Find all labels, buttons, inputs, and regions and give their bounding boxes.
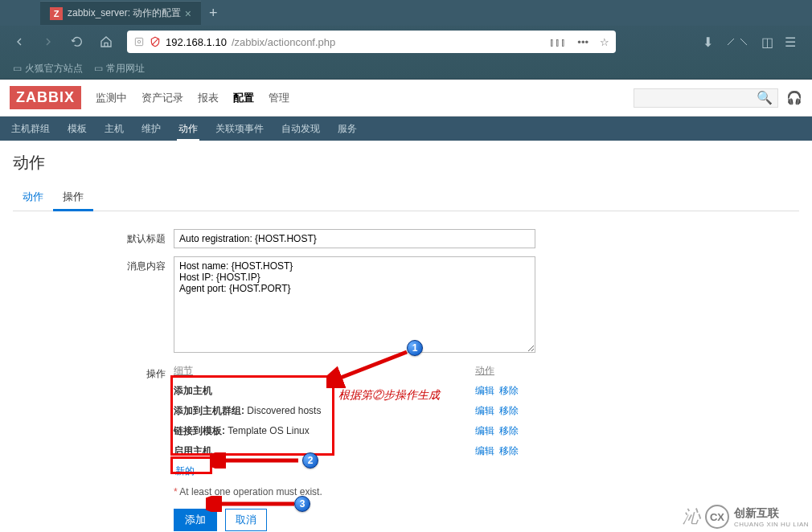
nav-reports[interactable]: 报表: [198, 91, 219, 105]
tab-favicon: Z: [50, 7, 63, 20]
note-required: * At least one operation must exist.: [174, 481, 535, 497]
subnav-hostgroups[interactable]: 主机群组: [10, 117, 51, 141]
watermark-logo-icon: CX: [705, 505, 729, 529]
security-icon: [150, 36, 161, 47]
op-add-hostgroup-label: 添加到主机群组:: [174, 405, 247, 416]
back-button[interactable]: [8, 31, 31, 53]
svg-rect-0: [135, 38, 142, 45]
bookmark-icon[interactable]: ☆: [600, 36, 609, 48]
cancel-button[interactable]: 取消: [225, 509, 267, 531]
textarea-message[interactable]: [174, 256, 535, 353]
link-edit[interactable]: 编辑: [475, 385, 494, 396]
input-default-subject[interactable]: [174, 229, 535, 248]
support-icon[interactable]: 🎧: [786, 90, 802, 105]
subnav-hosts[interactable]: 主机: [103, 117, 125, 141]
subnav-services[interactable]: 服务: [336, 117, 359, 141]
nav-inventory[interactable]: 资产记录: [141, 91, 183, 105]
svg-line-2: [152, 39, 158, 45]
tab-operations[interactable]: 操作: [53, 185, 93, 211]
op-link-template-label: 链接到模板:: [174, 425, 228, 436]
shield-icon: [133, 36, 145, 47]
op-add-host: 添加主机: [174, 385, 212, 396]
subnav-templates[interactable]: 模板: [66, 117, 88, 141]
sub-nav: 主机群组 模板 主机 维护 动作 关联项事件 自动发现 服务: [0, 117, 812, 141]
browser-tab-bar: Z zabbix_server: 动作的配置 × +: [0, 0, 812, 26]
downloads-icon[interactable]: ⬇: [703, 35, 713, 50]
link-remove[interactable]: 移除: [499, 405, 519, 416]
annotation-text: 根据第②步操作生成: [338, 388, 440, 403]
annotation-badge-3: 3: [294, 496, 310, 512]
folder-icon: ▭: [13, 63, 22, 74]
op-enable-host: 启用主机: [174, 445, 212, 456]
reader-icon[interactable]: ⫿⫿⫿: [549, 36, 566, 48]
new-tab-button[interactable]: +: [201, 5, 226, 22]
sidebar-icon[interactable]: ◫: [761, 35, 773, 50]
home-button[interactable]: [95, 31, 117, 53]
forward-button[interactable]: [37, 31, 59, 53]
browser-tab[interactable]: Z zabbix_server: 动作的配置 ×: [40, 1, 201, 25]
search-input[interactable]: 🔍: [634, 88, 778, 108]
url-bar[interactable]: 192.168.1.10/zabbix/actionconf.php ⫿⫿⫿ •…: [127, 31, 616, 53]
page-tabs: 动作 操作: [13, 185, 799, 211]
subnav-actions[interactable]: 动作: [177, 117, 199, 141]
library-icon[interactable]: ⟋⟍: [724, 35, 750, 50]
link-edit[interactable]: 编辑: [475, 425, 494, 436]
link-new-operation[interactable]: 新的: [174, 461, 196, 481]
col-detail[interactable]: 细节: [174, 364, 475, 378]
annotation-badge-1: 1: [407, 340, 423, 356]
more-icon[interactable]: •••: [577, 36, 588, 48]
annotation-badge-2: 2: [302, 452, 318, 469]
bookmark-item[interactable]: ▭火狐官方站点: [13, 62, 83, 76]
link-remove[interactable]: 移除: [499, 385, 519, 396]
subnav-maintenance[interactable]: 维护: [140, 117, 162, 141]
url-host: 192.168.1.10: [166, 36, 227, 48]
page-title: 动作: [13, 152, 799, 174]
link-remove[interactable]: 移除: [499, 425, 519, 436]
label-message: 消息内容: [13, 256, 174, 356]
bookmark-item[interactable]: ▭常用网址: [94, 62, 145, 76]
nav-configuration[interactable]: 配置: [233, 91, 254, 105]
subnav-correlation[interactable]: 关联项事件: [214, 117, 265, 141]
zabbix-logo[interactable]: ZABBIX: [10, 86, 81, 109]
link-edit[interactable]: 编辑: [475, 405, 494, 416]
op-link-template-value: Template OS Linux: [228, 425, 309, 436]
nav-administration[interactable]: 管理: [269, 91, 289, 105]
tab-action[interactable]: 动作: [13, 185, 53, 211]
folder-icon: ▭: [94, 63, 103, 74]
bookmarks-bar: ▭火狐官方站点 ▭常用网址: [0, 58, 812, 79]
close-icon[interactable]: ×: [185, 7, 191, 20]
label-default-subject: 默认标题: [13, 229, 174, 248]
link-edit[interactable]: 编辑: [475, 445, 494, 456]
link-remove[interactable]: 移除: [499, 445, 519, 456]
op-add-hostgroup-value: Discovered hosts: [247, 405, 321, 416]
label-operations: 操作: [13, 364, 174, 531]
watermark: 沁 CX 创新互联 CHUANG XIN HU LIAN: [683, 505, 809, 529]
svg-point-1: [137, 40, 141, 43]
tab-title: zabbix_server: 动作的配置: [68, 6, 181, 20]
reload-button[interactable]: [66, 31, 88, 53]
url-path: /zabbix/actionconf.php: [232, 36, 335, 48]
menu-icon[interactable]: ☰: [785, 35, 796, 50]
nav-monitoring[interactable]: 监测中: [96, 91, 127, 105]
main-nav: 监测中 资产记录 报表 配置 管理: [96, 91, 289, 105]
search-icon: 🔍: [757, 90, 773, 105]
col-action[interactable]: 动作: [475, 364, 535, 378]
subnav-discovery[interactable]: 自动发现: [280, 117, 322, 141]
add-button[interactable]: 添加: [174, 509, 217, 531]
